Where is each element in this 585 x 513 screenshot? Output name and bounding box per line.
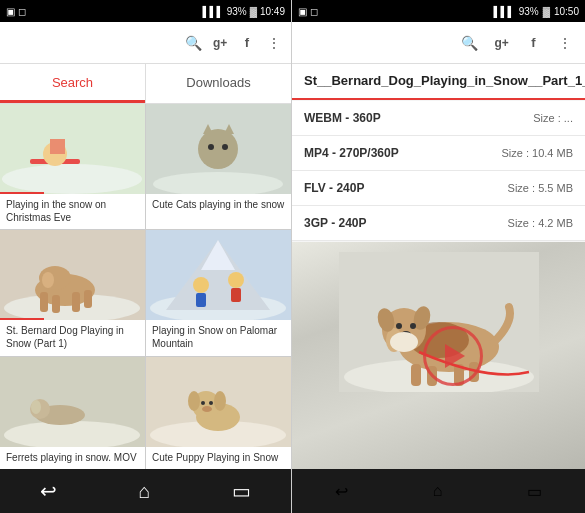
back-button-left[interactable]: ↩ [28,473,69,509]
svg-point-25 [193,277,209,293]
svg-point-20 [42,272,54,288]
format-row-0[interactable]: WEBM - 360P Size : ... [292,101,585,136]
home-button-left[interactable]: ⌂ [126,474,162,509]
svg-point-42 [202,406,212,412]
right-status-bar: ▣ ◻ ▌▌▌ 93% ▓ 10:50 [292,0,585,22]
video-preview-box[interactable] [292,242,585,469]
right-status-icons: ▌▌▌ 93% ▓ 10:49 [202,6,285,17]
right-clock: 10:50 [554,6,579,17]
googleplus-icon[interactable]: g+ [211,29,230,57]
left-search-input[interactable]: playing in snow [8,35,176,50]
search-icon[interactable]: 🔍 [184,29,203,57]
video-card-4[interactable]: Playing in Snow on Palomar Mountain [146,230,291,355]
svg-point-39 [214,391,226,411]
svg-rect-16 [40,292,48,312]
svg-point-52 [410,323,416,329]
play-button-overlay[interactable] [423,326,483,386]
video-title-3: St. Bernard Dog Playing in Snow (Part 1) [0,320,145,354]
format-size-2: Size : 5.5 MB [508,182,573,194]
facebook-icon[interactable]: f [238,29,257,57]
more-menu-icon[interactable]: ⋮ [264,29,283,57]
video-card-2[interactable]: Cute Cats playing in the snow [146,104,291,229]
video-thumb-6 [146,357,291,447]
svg-point-7 [198,129,238,169]
right-search-icon[interactable]: 🔍 [458,29,482,57]
left-bottom-nav: ↩ ⌂ ▭ [0,469,291,513]
video-card-6[interactable]: Cute Puppy Playing in Snow [146,357,291,469]
svg-rect-54 [411,364,421,386]
signal-bar-icon: ▌▌▌ [202,6,223,17]
svg-point-40 [201,401,205,405]
format-row-1[interactable]: MP4 - 270P/360P Size : 10.4 MB [292,136,585,171]
format-size-3: Size : 4.2 MB [508,217,573,229]
right-signal-percent: 93% [519,6,539,17]
tab-search[interactable]: Search [0,64,145,103]
video-card-5[interactable]: Ferrets playing in snow. MOV [0,357,145,469]
right-status-right-icons: ▌▌▌ 93% ▓ 10:50 [493,6,579,17]
left-status-icons: ▣ ◻ [6,6,26,17]
home-button-right[interactable]: ⌂ [433,482,443,500]
svg-point-58 [390,332,418,352]
svg-point-38 [188,391,200,411]
video-card-3[interactable]: St. Bernard Dog Playing in Snow (Part 1) [0,230,145,355]
video-title-2: Cute Cats playing in the snow [146,194,291,215]
thumb-svg-2 [146,104,291,194]
format-row-2[interactable]: FLV - 240P Size : 5.5 MB [292,171,585,206]
right-panel: ▣ ◻ ▌▌▌ 93% ▓ 10:50 playing in snow 🔍 g+… [292,0,585,513]
right-search-input[interactable]: playing in snow [300,36,450,50]
clock: 10:49 [260,6,285,17]
recents-button-left[interactable]: ▭ [220,473,263,509]
right-bottom-nav: ↩ ⌂ ▭ [292,469,585,513]
thumb-svg-6 [146,357,291,447]
thumb-svg-3 [0,230,145,320]
tab-downloads[interactable]: Downloads [146,64,291,103]
format-name-3: 3GP - 240P [304,216,366,230]
signal-percent: 93% [227,6,247,17]
right-battery-icon: ▓ [543,6,550,17]
play-triangle-icon [445,344,465,368]
video-title-1: Playing in the snow on Christmas Eve [0,194,145,228]
video-title-5: Ferrets playing in snow. MOV [0,447,145,468]
video-thumb-5 [0,357,145,447]
svg-rect-17 [52,295,60,313]
video-title-6: Cute Puppy Playing in Snow [146,447,291,468]
left-panel: ▣ ◻ ▌▌▌ 93% ▓ 10:49 playing in snow 🔍 g+… [0,0,292,513]
svg-rect-19 [84,290,92,308]
svg-point-41 [209,401,213,405]
thumb-svg-5 [0,357,145,447]
format-size-1: Size : 10.4 MB [501,147,573,159]
progress-bar-1 [0,192,44,194]
back-button-right[interactable]: ↩ [335,482,348,501]
format-row-3[interactable]: 3GP - 240P Size : 4.2 MB [292,206,585,241]
left-search-bar: playing in snow 🔍 g+ f ⋮ [0,22,291,64]
video-thumb-3 [0,230,145,320]
right-googleplus-icon[interactable]: g+ [490,29,514,57]
right-facebook-icon[interactable]: f [522,29,546,57]
progress-bar-3 [0,318,44,320]
right-search-bar: playing in snow 🔍 g+ f ⋮ [292,22,585,64]
right-status-left-icons: ▣ ◻ [298,6,318,17]
tab-bar: Search Downloads [0,64,291,104]
video-thumb-1 [0,104,145,194]
svg-point-27 [228,272,244,288]
video-grid: Playing in the snow on Christmas Eve Cut… [0,104,291,469]
video-thumb-4 [146,230,291,320]
svg-point-11 [222,144,228,150]
svg-point-33 [31,400,41,414]
left-status-bar: ▣ ◻ ▌▌▌ 93% ▓ 10:49 [0,0,291,22]
right-more-menu-icon[interactable]: ⋮ [553,29,577,57]
video-card-1[interactable]: Playing in the snow on Christmas Eve [0,104,145,229]
video-title-4: Playing in Snow on Palomar Mountain [146,320,291,354]
video-thumb-2 [146,104,291,194]
file-title: St__Bernard_Dog_Playing_in_Snow__Part_1_ [304,72,573,90]
svg-point-10 [208,144,214,150]
format-list: WEBM - 360P Size : ... MP4 - 270P/360P S… [292,101,585,241]
notification-icon: ▣ [6,6,15,17]
svg-rect-28 [231,288,241,302]
recents-button-right[interactable]: ▭ [527,482,542,501]
format-name-0: WEBM - 360P [304,111,381,125]
svg-rect-18 [72,292,80,312]
format-name-2: FLV - 240P [304,181,364,195]
video-preview-image [292,242,585,469]
battery-icon: ▓ [250,6,257,17]
